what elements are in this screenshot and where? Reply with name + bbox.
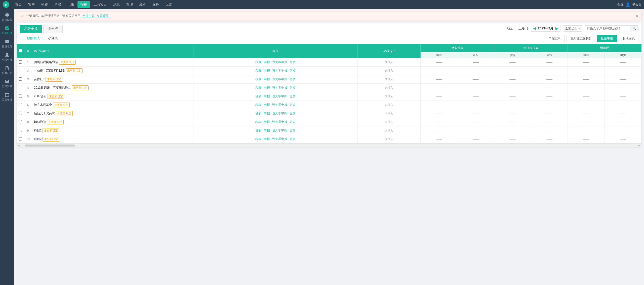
tab-zero-declaration[interactable]: 零申报: [43, 25, 63, 33]
sidebar-item-baoshuishezhi[interactable]: 报税设置: [0, 10, 14, 23]
fullscreen-button[interactable]: 全屏: [617, 3, 623, 7]
member-button[interactable]: 畅会员: [632, 3, 641, 7]
op-btn-0[interactable]: 税表: [255, 137, 261, 141]
row-checkbox-3[interactable]: [19, 86, 22, 89]
personal-icon: [4, 52, 10, 58]
date-next-button[interactable]: ▶: [555, 26, 558, 30]
op-btn-3[interactable]: 更多: [290, 69, 296, 72]
op-btn-0[interactable]: 税表: [255, 77, 261, 81]
search-input[interactable]: [585, 26, 630, 31]
nav-tax[interactable]: 报税: [77, 1, 90, 8]
nav-manage[interactable]: 管理: [123, 1, 136, 8]
action-batch-declare[interactable]: 批量申报: [597, 35, 617, 42]
staff-selector[interactable]: 全部员工 ▾: [563, 25, 582, 32]
op-btn-3[interactable]: 更多: [290, 94, 296, 98]
row-checkbox-9[interactable]: [19, 137, 22, 140]
op-btn-0[interactable]: 税表: [255, 94, 261, 98]
row-ops: 税表 申报 设为零申报 更多: [193, 92, 358, 101]
location-value: 上海: [518, 26, 525, 31]
op-btn-0[interactable]: 税表: [255, 112, 261, 115]
op-btn-0[interactable]: 税表: [255, 60, 261, 64]
op-btn-2[interactable]: 设为零申报: [272, 69, 287, 72]
sidebar-item-baoshuizonglan[interactable]: 报税总览: [0, 37, 14, 50]
nav-service[interactable]: 服务: [149, 1, 162, 8]
op-btn-1[interactable]: 申报: [264, 94, 270, 98]
action-update-tax[interactable]: 更新税定及取数: [567, 35, 595, 42]
subtab-small-scale[interactable]: 小规模: [44, 35, 62, 42]
op-btn-1[interactable]: 申报: [264, 112, 270, 115]
row-checkbox-5[interactable]: [19, 103, 22, 106]
row-checkbox-0[interactable]: [19, 60, 22, 64]
nav-client[interactable]: 客户: [25, 1, 38, 8]
nav-home[interactable]: 首页: [12, 1, 25, 8]
date-prev-button[interactable]: ◀: [533, 26, 536, 30]
row-checkbox-7[interactable]: [19, 120, 22, 123]
op-btn-1[interactable]: 申报: [264, 120, 270, 124]
op-btn-3[interactable]: 更多: [290, 120, 296, 124]
op-btn-3[interactable]: 更多: [290, 103, 296, 107]
nav-settings[interactable]: 设置: [163, 1, 175, 8]
nav-operation[interactable]: 经营: [136, 1, 149, 8]
main-layout: 报税设置 批量报税 报税总览 个税申报 报数记录: [0, 9, 644, 285]
op-btn-1[interactable]: 申报: [264, 69, 270, 72]
status-badge: 未更新税定: [48, 94, 64, 99]
select-all-checkbox[interactable]: [19, 49, 22, 52]
banner-link-report[interactable]: 申报汇签: [83, 14, 95, 18]
horizontal-scrollbar[interactable]: ◀ ▶: [17, 144, 641, 147]
op-btn-2[interactable]: 设为零申报: [272, 120, 287, 124]
sidebar-item-piliangshuibao[interactable]: 批量报税: [0, 23, 14, 37]
tab-tax-declaration[interactable]: 税款申报: [20, 25, 42, 33]
op-btn-2[interactable]: 设为零申报: [272, 112, 287, 115]
op-btn-3[interactable]: 更多: [290, 137, 296, 141]
action-collect-receipt[interactable]: 收取回执: [619, 35, 638, 42]
op-btn-2[interactable]: 设为零申报: [272, 60, 287, 64]
op-btn-0[interactable]: 税表: [255, 103, 261, 107]
nav-invoice[interactable]: 票据: [51, 1, 64, 8]
nav-account[interactable]: 记账: [64, 1, 77, 8]
scrollbar-thumb[interactable]: [25, 145, 75, 147]
row-tax-declare: ——: [531, 84, 568, 92]
logo[interactable]: 财: [3, 1, 10, 8]
row-checkbox-2[interactable]: [19, 77, 22, 81]
op-btn-3[interactable]: 更多: [290, 86, 296, 89]
op-btn-3[interactable]: 更多: [290, 60, 296, 64]
action-declaration-record[interactable]: 申报记录: [545, 35, 565, 42]
op-btn-2[interactable]: 设为零申报: [272, 77, 287, 81]
op-btn-2[interactable]: 设为零申报: [272, 129, 287, 132]
sidebar-item-baoshujilu[interactable]: 报数记录: [0, 63, 14, 77]
sidebar-item-jisuanqingchu[interactable]: 汇算清缴: [0, 77, 14, 90]
row-checkbox-1[interactable]: [19, 69, 22, 72]
op-btn-0[interactable]: 税表: [255, 69, 261, 72]
banner-link-buy[interactable]: 立即购买: [97, 14, 109, 18]
sub-tab-bar: 一般的税人 小规模 申报记录 更新税定及取数 批量申报 收取回执: [17, 33, 641, 44]
op-btn-3[interactable]: 更多: [290, 77, 296, 81]
row-tax-declare: ——: [531, 92, 568, 101]
sidebar-item-geshenshuibao[interactable]: 个税申报: [0, 50, 14, 63]
op-btn-1[interactable]: 申报: [264, 129, 270, 132]
op-btn-3[interactable]: 更多: [290, 129, 296, 132]
op-btn-2[interactable]: 设为零申报: [272, 94, 287, 98]
op-btn-2[interactable]: 设为零申报: [272, 86, 287, 89]
info-icon[interactable]: ℹ: [527, 27, 528, 30]
nav-message[interactable]: 消息: [110, 1, 123, 8]
op-btn-0[interactable]: 税表: [255, 129, 261, 132]
sidebar-item-gongshangnianbaos[interactable]: 工商年报: [0, 90, 14, 103]
op-btn-0[interactable]: 税表: [255, 120, 261, 124]
op-btn-1[interactable]: 申报: [264, 86, 270, 89]
row-checkbox-6[interactable]: [19, 112, 22, 115]
nav-business[interactable]: 工商项目: [91, 1, 110, 8]
op-btn-2[interactable]: 设为零申报: [272, 103, 287, 107]
op-btn-1[interactable]: 申报: [264, 60, 270, 64]
nav-fee[interactable]: 收费: [38, 1, 51, 8]
subtab-general-tax[interactable]: 一般的税人: [20, 35, 44, 42]
op-btn-2[interactable]: 设为零申报: [272, 137, 287, 141]
banner-close-button[interactable]: ✕: [636, 14, 639, 18]
row-checkbox-8[interactable]: [19, 129, 22, 132]
op-btn-0[interactable]: 税表: [255, 86, 261, 89]
op-btn-1[interactable]: 申报: [264, 77, 270, 81]
row-checkbox-4[interactable]: [19, 94, 22, 98]
op-btn-1[interactable]: 申报: [264, 137, 270, 141]
op-btn-3[interactable]: 更多: [290, 112, 296, 115]
search-button[interactable]: 🔍: [630, 26, 638, 31]
op-btn-1[interactable]: 申报: [264, 103, 270, 107]
